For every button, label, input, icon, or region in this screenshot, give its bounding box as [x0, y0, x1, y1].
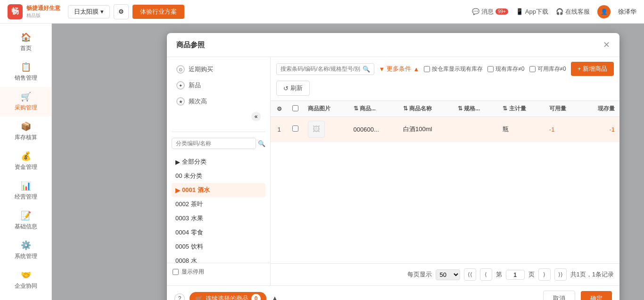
- search-icon[interactable]: 🔍: [258, 140, 265, 147]
- product-search-input[interactable]: [281, 66, 361, 72]
- sidebar-label-purchase: 采购管理: [15, 104, 37, 112]
- product-table: ⚙ 商品图片 ⇅ 商品... ⇅ 商品名称: [271, 101, 619, 142]
- new-label: 新品: [189, 81, 201, 90]
- first-page-btn[interactable]: ⟨⟨: [464, 268, 476, 281]
- footer-collapse-arrow[interactable]: ▲: [271, 294, 279, 300]
- category-liquor[interactable]: ▶ 0001 酒水: [172, 183, 265, 197]
- product-stock: -1: [609, 126, 615, 133]
- category-uncategorized-label: 00 未分类: [175, 172, 202, 180]
- page-input[interactable]: [506, 270, 525, 280]
- stock-by-warehouse-label[interactable]: 按仓库显示现有库存: [424, 65, 483, 73]
- app-download-label: App下载: [525, 8, 548, 16]
- confirm-btn[interactable]: 确定: [581, 291, 612, 300]
- online-service-btn[interactable]: 🎧 在线客服: [556, 8, 590, 16]
- sidebar-item-home[interactable]: 🏠 首页: [0, 27, 51, 57]
- sidebar-item-enterprise[interactable]: 🤝 企业协同: [0, 265, 51, 295]
- product-code: 000600...: [354, 126, 379, 133]
- chevron-down-icon: ▾: [100, 8, 104, 15]
- left-panel: ⊙ 近期购买 ✦ 新品 ★ 频次高 «: [167, 57, 271, 285]
- category-all-label: 全部分类: [182, 158, 206, 166]
- help-icon[interactable]: ?: [174, 293, 185, 300]
- app-download-btn[interactable]: 📱 App下载: [516, 8, 548, 16]
- row-checkbox[interactable]: [292, 125, 298, 132]
- available-stock-label[interactable]: 可用库存≠0: [529, 65, 566, 73]
- next-page-btn[interactable]: ⟩: [538, 268, 551, 281]
- sidebar-item-sales[interactable]: 📋 销售管理: [0, 57, 51, 87]
- sort-icon-unit: ⇅: [503, 105, 507, 112]
- sidebar-item-finance[interactable]: 💰 资金管理: [0, 146, 51, 176]
- modal-footer: ? 🛒 连续选择的商品 0 ▲ 取消 确定: [167, 285, 619, 300]
- col-spec[interactable]: ⇅ 规格...: [453, 101, 498, 117]
- available-stock-checkbox[interactable]: [529, 66, 536, 72]
- cart-btn[interactable]: 🛒 连续选择的商品 0: [190, 292, 266, 300]
- sidebar-label-finance: 资金管理: [15, 163, 37, 171]
- category-all[interactable]: ▶ 全部分类: [172, 155, 265, 169]
- logo-sub: 精品版: [26, 12, 60, 19]
- modal-body: ⊙ 近期购买 ✦ 新品 ★ 频次高 «: [167, 57, 619, 285]
- finance-icon: 💰: [21, 151, 31, 161]
- user-avatar[interactable]: 👤: [597, 5, 611, 18]
- stock-by-warehouse-checkbox[interactable]: [424, 66, 430, 72]
- basic-icon: 📝: [21, 210, 31, 221]
- current-stock-checkbox[interactable]: [487, 66, 494, 72]
- col-unit[interactable]: ⇅ 主计量: [498, 101, 545, 117]
- category-water[interactable]: 0008 水: [172, 254, 265, 263]
- category-beverage[interactable]: 0005 饮料: [172, 240, 265, 254]
- category-uncategorized[interactable]: 00 未分类: [172, 169, 265, 183]
- category-search-row: 🔍: [167, 135, 270, 152]
- sidebar-item-basic[interactable]: 📝 基础信息: [0, 206, 51, 235]
- product-reference-modal: 商品参照 ✕ ⊙ 近期购买 ✦ 新品: [167, 33, 619, 300]
- page-label: 第: [496, 270, 502, 279]
- logo-text: 畅捷通好生意 精品版: [26, 4, 60, 19]
- modal-close-btn[interactable]: ✕: [603, 40, 610, 50]
- sort-icon: ⇅: [354, 105, 358, 112]
- col-name[interactable]: ⇅ 商品名称: [398, 101, 453, 117]
- purchase-icon: 🛒: [21, 92, 31, 102]
- filter-btn[interactable]: ▼ 更多条件 ▲: [379, 65, 420, 73]
- product-image: 🖼: [308, 121, 325, 138]
- online-service-label: 在线客服: [565, 8, 590, 16]
- prev-page-btn[interactable]: ⟨: [480, 268, 492, 281]
- sidebar-item-purchase[interactable]: 🛒 采购管理: [0, 87, 51, 117]
- col-stock: 现存量: [582, 101, 619, 117]
- new-icon: ✦: [176, 81, 185, 90]
- logo-label: 畅捷通好生意: [26, 4, 60, 12]
- messages-label: 消息: [481, 8, 494, 16]
- tab-new[interactable]: ✦ 新品: [172, 78, 265, 93]
- chevron-up-icon: ▲: [413, 66, 419, 73]
- filter-label: 更多条件: [387, 65, 411, 73]
- tab-frequent[interactable]: ★ 频次高: [172, 94, 265, 109]
- trial-btn[interactable]: 体验行业方案: [132, 5, 184, 19]
- add-product-btn[interactable]: + 新增商品: [571, 62, 614, 76]
- category-search-input[interactable]: [172, 138, 256, 149]
- left-sidebar: 🏠 首页 📋 销售管理 🛒 采购管理 📦 库存核算 💰 资金管理 📊 经营管理 …: [0, 24, 52, 300]
- category-fruit[interactable]: 0003 水果: [172, 211, 265, 225]
- col-code[interactable]: ⇅ 商品...: [349, 101, 398, 117]
- current-stock-label[interactable]: 现有库存≠0: [487, 65, 524, 73]
- collapse-btn[interactable]: «: [251, 112, 261, 121]
- sidebar-item-business[interactable]: 📊 经营管理: [0, 176, 51, 206]
- sidebar-item-guide[interactable]: 🎓 新手引导: [0, 295, 51, 300]
- last-page-btn[interactable]: ⟩⟩: [554, 268, 567, 281]
- select-all-checkbox[interactable]: [292, 105, 298, 111]
- logo-area: 畅 畅捷通好生意 精品版: [8, 4, 60, 19]
- tab-recent[interactable]: ⊙ 近期购买: [172, 62, 265, 77]
- business-icon: 📊: [21, 181, 31, 191]
- sidebar-item-inventory[interactable]: 📦 库存核算: [0, 117, 51, 146]
- store-selector[interactable]: 日太阳膜 ▾: [68, 5, 110, 18]
- show-disabled-checkbox[interactable]: [173, 269, 179, 275]
- toolbar: 🔍 ▼ 更多条件 ▲ 按仓库显示现有库存: [271, 57, 619, 101]
- category-tea[interactable]: 0002 茶叶: [172, 197, 265, 211]
- sidebar-item-system[interactable]: ⚙️ 系统管理: [0, 235, 51, 265]
- refresh-btn[interactable]: ↺ 刷新: [276, 81, 310, 96]
- category-snack[interactable]: 0004 零食: [172, 225, 265, 240]
- category-snack-label: 0004 零食: [175, 228, 203, 237]
- settings-icon[interactable]: ⚙: [114, 4, 129, 19]
- nav-right: 💬 消息 99+ 📱 App下载 🎧 在线客服 👤 徐泽华: [472, 5, 636, 18]
- messages-btn[interactable]: 💬 消息 99+: [472, 8, 508, 16]
- refresh-icon: ↺: [283, 85, 289, 92]
- per-page-select[interactable]: 50 100 200: [436, 269, 460, 280]
- inventory-icon: 📦: [21, 121, 31, 132]
- col-settings[interactable]: ⚙: [271, 101, 288, 117]
- cancel-btn[interactable]: 取消: [543, 291, 575, 300]
